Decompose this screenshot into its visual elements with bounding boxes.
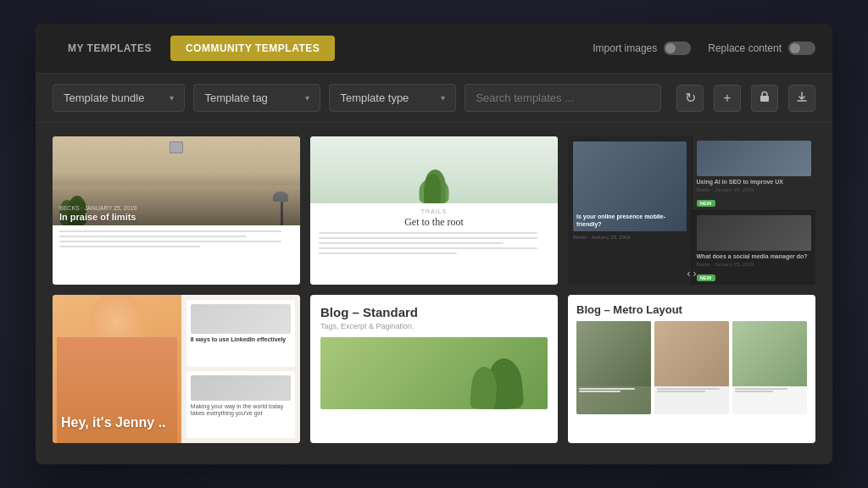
template-card-6[interactable]: Blog – Metro Layout xyxy=(568,295,815,443)
content-area: BECKS · JANUARY 25, 2019 In praise of li… xyxy=(36,123,832,464)
chevron-down-icon-3: ▾ xyxy=(441,93,445,103)
prev-arrow-icon[interactable]: ‹ xyxy=(687,268,691,280)
search-box[interactable] xyxy=(465,84,661,112)
card-3-item-0-meta: Becks · January 25, 2019 xyxy=(573,235,687,240)
chevron-down-icon-2: ▾ xyxy=(305,93,309,103)
add-button[interactable]: + xyxy=(714,85,741,112)
card-3-item-1-title: Using AI in SEO to improve UX xyxy=(697,179,812,186)
replace-content-label: Replace content xyxy=(708,42,782,54)
template-card-4[interactable]: Hey, it's Jenny .. 8 ways to use LinkedI… xyxy=(53,295,300,443)
refresh-button[interactable]: ↻ xyxy=(676,85,704,112)
template-tag-dropdown[interactable]: Template tag ▾ xyxy=(193,84,320,112)
card-3-item-0-title: Is your online presence mobile-friendly? xyxy=(576,214,687,228)
card-4-post-1: Making your way in the world today takes… xyxy=(191,403,291,418)
toggle-knob xyxy=(665,43,676,53)
action-icons: ↻ + xyxy=(676,85,815,112)
tab-my-templates[interactable]: MY TEMPLATES xyxy=(53,36,167,61)
template-card-3[interactable]: Is your online presence mobile-friendly?… xyxy=(568,136,815,285)
card-4-post-0: 8 ways to use LinkedIn effectively xyxy=(191,336,291,343)
card-1-meta: BECKS · JANUARY 25, 2019 xyxy=(59,205,293,211)
card-4-title: Hey, it's Jenny .. xyxy=(61,415,166,430)
card-1-title: In praise of limits xyxy=(59,212,293,222)
import-images-toggle[interactable] xyxy=(664,42,691,55)
template-grid: BECKS · JANUARY 25, 2019 In praise of li… xyxy=(53,136,815,443)
card-6-title: Blog – Metro Layout xyxy=(576,303,807,316)
card-3-item-1-meta: Becks · January 25, 2019 xyxy=(697,187,812,192)
template-type-dropdown[interactable]: Template type ▾ xyxy=(329,84,456,112)
card-3-badge-new-1: NEW xyxy=(697,200,715,207)
card-5-subtitle: Tags, Excerpt & Pagination. xyxy=(320,322,548,330)
download-icon xyxy=(796,91,808,106)
tab-community-templates[interactable]: COMMUNITY TEMPLATES xyxy=(170,36,335,61)
import-images-toggle-group: Import images xyxy=(593,42,691,55)
tab-group: MY TEMPLATES COMMUNITY TEMPLATES xyxy=(53,36,335,61)
template-bundle-dropdown[interactable]: Template bundle ▾ xyxy=(53,84,185,112)
filter-bar: Template bundle ▾ Template tag ▾ Templat… xyxy=(36,74,832,123)
card-2-tag: TRAILS xyxy=(319,208,549,214)
download-button[interactable] xyxy=(788,85,815,112)
top-bar: MY TEMPLATES COMMUNITY TEMPLATES Import … xyxy=(36,24,832,74)
plus-icon: + xyxy=(723,91,731,106)
card-6-thumb-0 xyxy=(576,321,651,414)
refresh-icon: ↻ xyxy=(685,90,696,106)
svg-rect-0 xyxy=(760,96,769,102)
replace-content-toggle[interactable] xyxy=(788,42,815,55)
card-2-title: Get to the root xyxy=(319,216,549,229)
replace-content-toggle-group: Replace content xyxy=(708,42,815,55)
card-6-thumb-1 xyxy=(654,321,729,414)
card-5-title: Blog – Standard xyxy=(320,305,548,319)
save-button[interactable] xyxy=(751,85,778,112)
next-arrow-icon[interactable]: › xyxy=(693,268,697,280)
template-card-2[interactable]: TRAILS Get to the root xyxy=(310,136,558,285)
template-card-1[interactable]: BECKS · JANUARY 25, 2019 In praise of li… xyxy=(53,136,300,285)
lock-icon xyxy=(759,91,771,106)
toggle-knob-2 xyxy=(790,43,800,53)
card-3-item-2-title: What does a social media manager do? xyxy=(697,253,812,260)
template-card-5[interactable]: Blog – Standard Tags, Excerpt & Paginati… xyxy=(310,295,558,443)
chevron-down-icon: ▾ xyxy=(170,93,174,103)
import-images-label: Import images xyxy=(593,42,657,54)
card-6-thumb-2 xyxy=(732,321,807,414)
card-3-item-2-meta: Becks · January 25, 2019 xyxy=(697,262,812,267)
top-right-controls: Import images Replace content xyxy=(593,42,815,55)
search-input[interactable] xyxy=(476,92,650,104)
